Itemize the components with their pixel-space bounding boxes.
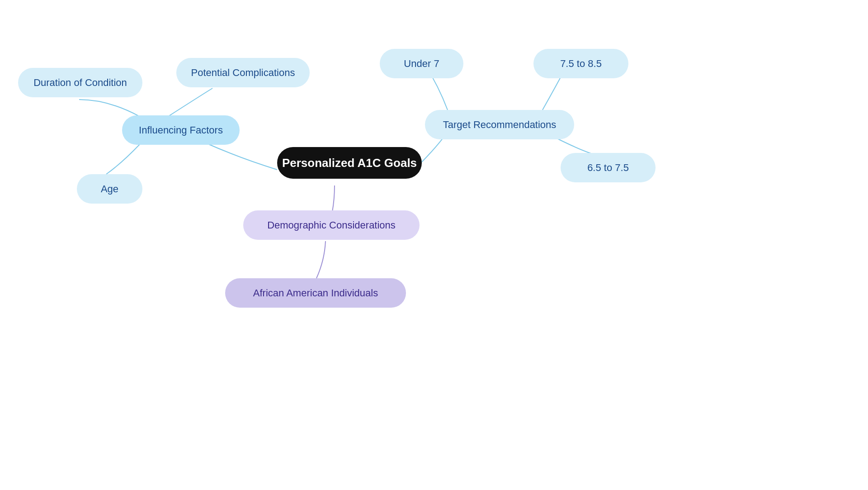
demographic-considerations-node[interactable]: Demographic Considerations: [243, 210, 420, 240]
african-american-individuals-node[interactable]: African American Individuals: [225, 278, 406, 308]
center-node[interactable]: Personalized A1C Goals: [277, 147, 422, 179]
6-5-to-7-5-node[interactable]: 6.5 to 7.5: [561, 153, 656, 182]
age-node[interactable]: Age: [77, 174, 142, 204]
influencing-factors-node[interactable]: Influencing Factors: [122, 115, 240, 145]
target-recommendations-node[interactable]: Target Recommendations: [425, 110, 574, 139]
7-5-to-8-5-node[interactable]: 7.5 to 8.5: [533, 49, 628, 78]
potential-complications-node[interactable]: Potential Complications: [176, 58, 310, 87]
under-7-node[interactable]: Under 7: [380, 49, 463, 78]
duration-of-condition-node[interactable]: Duration of Condition: [18, 68, 142, 97]
